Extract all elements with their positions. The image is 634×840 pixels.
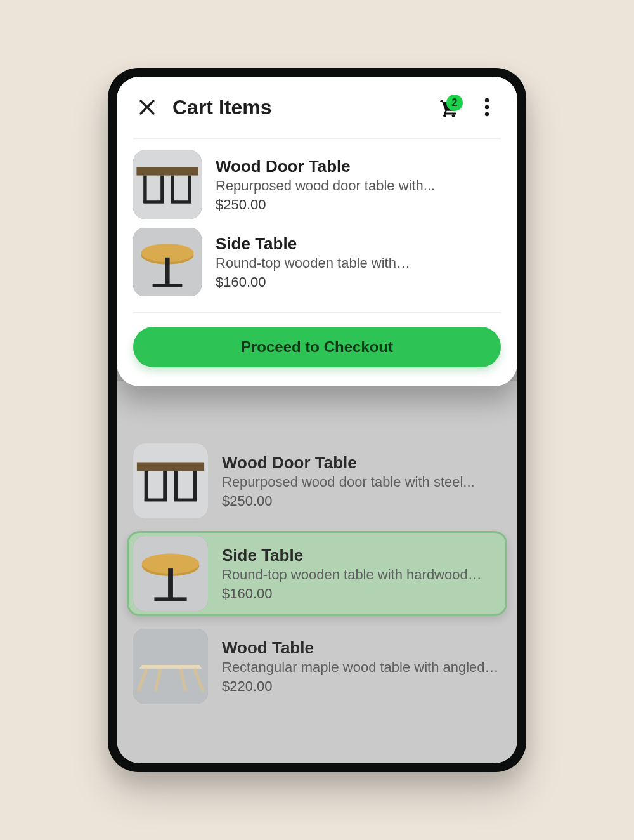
cart-item-text: Wood Door Table Repurposed wood door tab… (216, 157, 501, 213)
svg-rect-27 (136, 167, 198, 176)
sheet-title: Cart Items (172, 96, 272, 119)
cart-item[interactable]: Side Table Round-top wooden table with… … (133, 228, 501, 296)
svg-rect-30 (143, 200, 164, 204)
close-icon[interactable] (133, 93, 161, 121)
cart-item-text: Side Table Round-top wooden table with… … (216, 234, 501, 291)
catalog-item-text: Side Table Round-top wooden table with h… (222, 546, 501, 602)
svg-rect-32 (188, 176, 191, 203)
catalog-item-desc: Rectangular maple wood table with angled… (222, 659, 501, 676)
more-vert-icon[interactable] (473, 93, 501, 121)
cart-item-price: $160.00 (216, 274, 501, 291)
divider (133, 312, 501, 313)
svg-rect-2 (145, 471, 148, 501)
round-table-icon (133, 228, 202, 296)
svg-rect-37 (165, 258, 169, 286)
catalog-item-name: Side Table (222, 546, 501, 565)
cart-item-name: Side Table (216, 234, 501, 254)
catalog-item-price: $250.00 (222, 493, 501, 509)
cart-sheet: Cart Items 2 Wood Door Table Repurp (117, 77, 517, 386)
svg-rect-38 (153, 284, 183, 287)
divider (133, 138, 501, 139)
catalog-item-desc: Repurposed wood door table with steel... (222, 474, 501, 490)
svg-marker-14 (139, 665, 202, 669)
svg-point-22 (452, 114, 455, 117)
svg-rect-28 (143, 176, 146, 203)
round-table-icon (133, 536, 208, 611)
svg-rect-4 (145, 499, 167, 502)
catalog-item[interactable]: Wood Door Table Repurposed wood door tab… (127, 438, 507, 523)
cart-item-desc: Round-top wooden table with… (216, 255, 501, 272)
cart-item[interactable]: Wood Door Table Repurposed wood door tab… (133, 150, 501, 219)
catalog-item-name: Wood Door Table (222, 453, 501, 473)
checkout-button[interactable]: Proceed to Checkout (133, 327, 501, 367)
svg-rect-7 (174, 499, 197, 502)
svg-rect-33 (171, 200, 191, 204)
svg-point-23 (485, 98, 489, 102)
svg-rect-1 (137, 463, 204, 471)
svg-rect-3 (163, 471, 167, 501)
svg-rect-5 (174, 471, 178, 501)
svg-point-21 (443, 114, 446, 117)
catalog-item[interactable]: Wood Table Rectangular maple wood table … (127, 624, 507, 709)
rect-table-icon (133, 443, 208, 518)
catalog-item[interactable]: Side Table Round-top wooden table with h… (127, 531, 507, 616)
catalog-list: Wood Door Table Repurposed wood door tab… (127, 438, 507, 716)
svg-rect-6 (193, 471, 197, 501)
catalog-item-price: $160.00 (222, 586, 501, 602)
svg-rect-11 (168, 568, 173, 600)
svg-rect-29 (160, 176, 164, 203)
svg-rect-31 (171, 176, 174, 203)
cart-item-desc: Repurposed wood door table with... (216, 178, 501, 194)
catalog-item-name: Wood Table (222, 638, 501, 658)
catalog-item-text: Wood Door Table Repurposed wood door tab… (222, 453, 501, 509)
cart-icon[interactable]: 2 (434, 93, 462, 121)
svg-point-24 (485, 105, 489, 109)
svg-rect-12 (154, 597, 186, 601)
rect-table-icon (133, 150, 202, 219)
svg-point-25 (485, 112, 489, 116)
cart-count-badge: 2 (446, 95, 463, 111)
device-frame: Wood Door Table Repurposed wood door tab… (108, 68, 526, 772)
catalog-item-desc: Round-top wooden table with hardwood… (222, 567, 501, 583)
catalog-item-text: Wood Table Rectangular maple wood table … (222, 638, 501, 695)
cart-item-name: Wood Door Table (216, 157, 501, 176)
angled-table-icon (133, 629, 208, 704)
sheet-header: Cart Items 2 (133, 77, 501, 135)
catalog-item-price: $220.00 (222, 678, 501, 695)
device-screen: Wood Door Table Repurposed wood door tab… (117, 77, 517, 763)
cart-item-price: $250.00 (216, 197, 501, 213)
